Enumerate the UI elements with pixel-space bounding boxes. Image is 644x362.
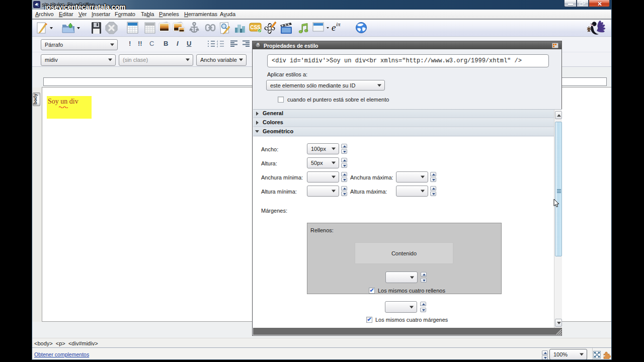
- svg-text:iπ: iπ: [336, 21, 341, 27]
- svg-text:e: e: [332, 22, 336, 33]
